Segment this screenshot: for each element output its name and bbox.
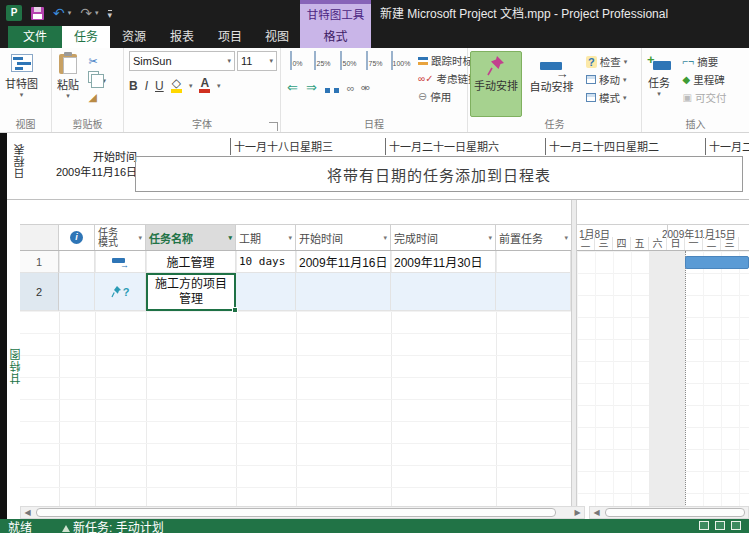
tab-report[interactable]: 报表 (158, 26, 206, 48)
corner-header-cell[interactable] (20, 225, 59, 250)
task-name-edit-cell[interactable]: 施工方的项目管理 (146, 273, 236, 311)
start-filter-icon: ▾ (383, 234, 387, 242)
project-logo-icon[interactable]: P (6, 5, 22, 21)
timeline-start-label: 开始时间 (37, 150, 137, 165)
mode-button[interactable]: 模式▾ (586, 90, 627, 105)
italic-button[interactable]: I (145, 79, 148, 93)
move-label: 移动 (599, 72, 620, 87)
unlink-tasks-icon[interactable]: ⚮ (361, 82, 368, 95)
chart-horizontal-scrollbar[interactable]: ◀ (589, 506, 749, 519)
table-horizontal-scrollbar[interactable]: ◀ ▶ (20, 506, 585, 519)
move-button[interactable]: 移动▾ (586, 72, 627, 87)
timeline-band[interactable]: 将带有日期的任务添加到日程表 (135, 156, 743, 192)
font-name-combo[interactable]: SimSun▾ (129, 51, 235, 71)
duration-cell[interactable] (236, 273, 296, 311)
tab-view[interactable]: 视图 (254, 26, 300, 48)
insert-task-dropdown-icon: ▾ (657, 90, 661, 98)
ribbon: 甘特图 ▾ 视图 粘贴 ▾ ✂ ▾ ◢ 剪贴板 SimSun▾ 11▾ (0, 48, 749, 133)
row-number-cell[interactable]: 1 (20, 251, 59, 273)
cut-icon[interactable]: ✂ (86, 55, 108, 67)
row-number-cell[interactable]: 2 (20, 273, 59, 311)
new-task-label: 新任务: 手动计划 (73, 521, 164, 533)
outdent-task-icon[interactable]: ⇐ (287, 82, 298, 94)
customize-qat-icon[interactable]: ▾ (108, 10, 113, 19)
predecessors-cell[interactable] (496, 251, 571, 273)
font-dialog-launcher-icon[interactable] (269, 122, 278, 131)
scrollbar-thumb[interactable] (36, 508, 556, 517)
save-icon[interactable] (31, 7, 44, 20)
highlight-dropdown-icon[interactable]: ▾ (189, 82, 193, 90)
finish-cell[interactable] (391, 273, 496, 311)
mode-label: 模式 (599, 90, 620, 105)
link-tasks-icon[interactable]: ∞ (347, 82, 353, 94)
view-shortcut-icon[interactable] (731, 521, 741, 530)
insert-deliverable-button[interactable]: ▣可交付 (682, 90, 726, 105)
format-painter-icon[interactable]: ◢ (86, 91, 108, 103)
timeline-pane[interactable]: 日程表 开始时间 2009年11月16日 十一月十八日星期三 十一月二十一日星期… (7, 135, 749, 197)
start-cell[interactable] (296, 273, 391, 311)
tab-resource[interactable]: 资源 (110, 26, 158, 48)
gantt-view: 甘特图 i 任务模式▾ 任务名称▾ 工期▾ 开始时间▾ 完成时间▾ 前置任务▾ (7, 199, 749, 506)
task-mode-cell[interactable]: → (95, 251, 146, 273)
column-header-predecessors[interactable]: 前置任务▾ (496, 225, 571, 250)
duration-cell[interactable]: 10 days (236, 251, 296, 273)
chart-body[interactable] (577, 251, 749, 506)
gantt-view-button[interactable]: 甘特图 ▾ (2, 51, 41, 117)
tab-task[interactable]: 任务 (62, 26, 110, 48)
group-label-clipboard: 剪贴板 (52, 116, 123, 131)
fill-handle[interactable] (232, 307, 238, 313)
undo-dropdown-icon[interactable]: ▾ (68, 9, 72, 17)
paste-button[interactable]: 粘贴 ▾ (54, 51, 82, 117)
insert-task-button[interactable]: + 任务 ▾ (644, 51, 674, 117)
percent-75-label: 75% (368, 60, 382, 67)
info-column-header[interactable]: i (59, 225, 95, 250)
start-cell[interactable]: 2009年11月16日 (296, 251, 391, 273)
finish-cell[interactable]: 2009年11月30日 (391, 251, 496, 273)
percent-75-button[interactable]: 75% (363, 52, 386, 70)
task-mode-cell[interactable]: ? (95, 273, 146, 311)
font-size-combo[interactable]: 11▾ (237, 51, 277, 71)
insert-summary-button[interactable]: ⌐¬摘要 (682, 54, 726, 69)
percent-0-button[interactable]: 0% (285, 52, 308, 70)
inspect-button[interactable]: ?检查▾ (586, 54, 627, 69)
column-header-duration[interactable]: 工期▾ (236, 225, 296, 250)
column-header-start[interactable]: 开始时间▾ (296, 225, 391, 250)
view-shortcut-icon[interactable] (699, 521, 709, 530)
redo-icon[interactable]: ↷ (80, 6, 92, 20)
predecessors-filter-icon: ▾ (564, 234, 568, 242)
task-name-cell[interactable]: 施工管理 (146, 251, 236, 273)
info-cell[interactable] (59, 251, 95, 273)
predecessors-cell[interactable] (496, 273, 571, 311)
manually-schedule-button[interactable]: 手动安排 (470, 51, 522, 117)
percent-100-button[interactable]: 100% (389, 52, 412, 70)
info-cell[interactable] (59, 273, 95, 311)
tab-project[interactable]: 项目 (206, 26, 254, 48)
view-shortcut-icon[interactable] (715, 521, 725, 530)
scroll-left-icon[interactable]: ◀ (590, 507, 603, 518)
insert-milestone-button[interactable]: ◆里程碑 (682, 72, 726, 87)
copy-button[interactable]: ▾ (86, 71, 108, 87)
undo-icon[interactable]: ↶ (53, 6, 65, 20)
indent-task-icon[interactable]: ⇒ (306, 82, 317, 94)
column-header-finish[interactable]: 完成时间▾ (391, 225, 496, 250)
bold-button[interactable]: B (129, 79, 138, 93)
highlight-color-icon[interactable]: ◇ (171, 78, 182, 93)
scroll-left-icon[interactable]: ◀ (21, 507, 34, 518)
gantt-task-bar[interactable] (685, 256, 749, 269)
window-edge-strip (0, 133, 7, 519)
tab-format[interactable]: 格式 (300, 26, 371, 48)
tab-file[interactable]: 文件 (8, 26, 62, 48)
auto-schedule-button[interactable]: 自动安排 (526, 51, 576, 117)
underline-button[interactable]: U (155, 79, 164, 93)
scrollbar-thumb[interactable] (605, 508, 745, 517)
status-new-task-mode[interactable]: 新任务: 手动计划 (62, 520, 164, 533)
percent-50-button[interactable]: 50% (337, 52, 360, 70)
percent-25-button[interactable]: 25% (311, 52, 334, 70)
column-header-task-name[interactable]: 任务名称▾ (146, 225, 236, 250)
redo-dropdown-icon[interactable]: ▾ (95, 9, 99, 17)
font-color-dropdown-icon[interactable]: ▾ (217, 82, 221, 90)
split-task-icon[interactable] (325, 79, 339, 97)
scroll-right-icon[interactable]: ▶ (571, 507, 584, 518)
column-header-task-mode[interactable]: 任务模式▾ (95, 225, 146, 250)
font-color-icon[interactable]: A (199, 78, 210, 93)
